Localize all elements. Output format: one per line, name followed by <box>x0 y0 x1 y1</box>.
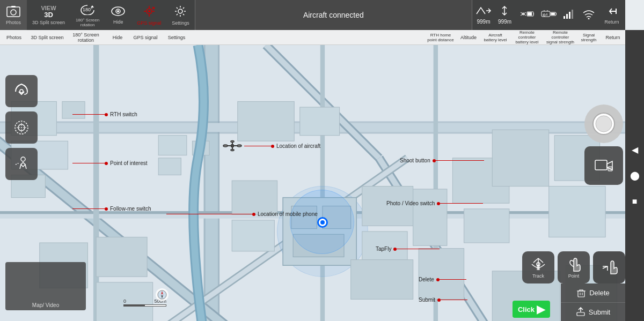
delete-button[interactable]: Delete <box>561 283 625 302</box>
svg-rect-87 <box>595 160 607 170</box>
altitude-status: 999m <box>495 3 515 27</box>
hide-icon <box>111 6 126 18</box>
labels-row: Photos 3D Split screen 180° Screen rotat… <box>0 30 625 45</box>
gps-signal-sub-label: GPS signal <box>130 35 161 40</box>
aircraft-battery-icon <box>518 9 534 22</box>
3d-icon-text: 3D <box>44 11 53 19</box>
svg-rect-61 <box>464 209 509 243</box>
gps-signal-button[interactable]: GPS signal <box>131 0 166 30</box>
compass-button[interactable] <box>156 288 169 301</box>
mode-button[interactable]: ⬤ <box>627 168 642 183</box>
svg-rect-19 <box>564 16 565 19</box>
point-button[interactable]: Point <box>558 251 590 283</box>
svg-rect-93 <box>577 312 584 316</box>
submit-button[interactable]: Submit <box>561 302 625 321</box>
return-button[interactable]: Return <box>598 0 625 30</box>
photo-video-switch-button[interactable] <box>584 146 623 185</box>
180-rotation-label: 180° Screenrotation <box>76 18 99 27</box>
rth-switch-text: RTH switch <box>110 111 137 117</box>
svg-point-1 <box>11 10 16 15</box>
tapfly-annotation: TapFly <box>376 246 440 252</box>
shoot-button-text: Shoot button <box>400 158 430 163</box>
rth-distance-value: 999m <box>477 19 490 25</box>
svg-point-78 <box>231 150 234 151</box>
shoot-panel <box>582 104 625 185</box>
track-button[interactable]: Track <box>522 251 554 283</box>
svg-rect-20 <box>566 14 568 19</box>
gps-signal-icon <box>143 5 156 19</box>
photos-label: Photos <box>6 20 21 25</box>
remote-battery-icon <box>540 9 557 22</box>
track-label: Track <box>532 273 544 279</box>
altitude-value: 999m <box>498 19 511 25</box>
hide-button[interactable]: Hide <box>105 0 131 30</box>
delete-annotation: Delete <box>419 277 466 282</box>
follow-me-annotation: Follow-me switch <box>72 206 151 212</box>
3d-split-sub-label: 3D Split screen <box>28 35 67 40</box>
svg-rect-12 <box>533 13 534 14</box>
follow-me-button[interactable] <box>5 148 38 180</box>
photo-video-annotation: Photo / Video switch <box>386 200 483 206</box>
return-sub-label: Return <box>601 35 625 40</box>
3d-split-icon: VIEW 3D <box>41 5 56 19</box>
svg-point-84 <box>21 157 25 161</box>
svg-rect-57 <box>232 220 274 251</box>
aircraft-location-annotation: Location of aircraft <box>244 143 320 149</box>
shoot-button[interactable] <box>584 104 623 143</box>
rth-distance-status: 999m <box>472 3 495 27</box>
top-toolbar: Photos VIEW 3D 3D Split screen 180° 180°… <box>0 0 625 30</box>
wifi-signal-icon <box>582 9 595 22</box>
svg-rect-65 <box>158 136 187 155</box>
mobile-phone-annotation: Location of mobile phone <box>166 211 318 217</box>
3d-split-button[interactable]: VIEW 3D 3D Split screen <box>27 0 70 30</box>
settings-button[interactable]: Settings <box>166 0 195 30</box>
svg-point-79 <box>231 144 234 147</box>
3d-split-label: 3D Split screen <box>32 20 65 25</box>
remote-battery-label: Remote controller battery level <box>510 30 544 44</box>
poi-button[interactable] <box>5 111 38 144</box>
shoot-button-annotation: Shoot button <box>400 158 484 163</box>
altitude-icon <box>499 5 510 19</box>
collapse-button[interactable]: ◀ <box>627 143 642 158</box>
map-video-panel[interactable]: Map/ Video <box>5 262 86 310</box>
svg-rect-18 <box>551 13 555 15</box>
left-panel <box>5 75 38 180</box>
action-panel: Delete Submit <box>561 283 625 321</box>
settings-label: Settings <box>172 20 189 26</box>
return-icon <box>605 6 618 18</box>
180-rotation-icon: 180° <box>80 3 95 17</box>
photo-video-text: Photo / Video switch <box>386 200 435 206</box>
aircraft-battery-label: Aircraft battery level <box>480 33 510 42</box>
rth-switch-button[interactable] <box>5 75 38 107</box>
poi-annotation: Point of interest <box>72 160 147 166</box>
svg-rect-88 <box>608 167 612 171</box>
mobile-phone-text: Location of mobile phone <box>258 211 318 217</box>
click-button[interactable]: Click ▶ <box>513 301 550 318</box>
svg-rect-21 <box>569 12 570 19</box>
remote-battery-status <box>537 6 560 24</box>
aircraft-connected-badge: Aircraft connected <box>195 0 472 30</box>
aircraft-battery-status <box>515 6 537 24</box>
signal-strength-status <box>560 6 579 24</box>
svg-text:180°: 180° <box>83 7 93 12</box>
rth-distance-label: RTH home point distance <box>425 33 457 42</box>
submit-annotation: Submit <box>419 297 467 303</box>
right-panel: ◀ ⬤ ■ <box>625 30 644 321</box>
180-rotation-sub-label: 180° Screen rotation <box>67 32 105 43</box>
svg-point-8 <box>148 10 150 12</box>
settings-icon <box>174 5 187 19</box>
svg-rect-90 <box>578 291 584 297</box>
aircraft-connected-text: Aircraft connected <box>303 11 364 19</box>
svg-point-76 <box>237 145 241 147</box>
poi-text: Point of interest <box>110 160 147 166</box>
square-button[interactable]: ■ <box>627 194 642 209</box>
photos-icon <box>6 5 20 19</box>
180-rotation-button[interactable]: 180° 180° Screenrotation <box>70 0 105 30</box>
delete-text: Delete <box>419 277 434 282</box>
svg-point-9 <box>178 9 182 13</box>
svg-rect-22 <box>572 10 573 19</box>
svg-rect-59 <box>419 249 464 300</box>
tapfly-return-button[interactable] <box>593 251 625 283</box>
photos-button[interactable]: Photos <box>0 0 27 30</box>
svg-rect-55 <box>413 189 447 245</box>
